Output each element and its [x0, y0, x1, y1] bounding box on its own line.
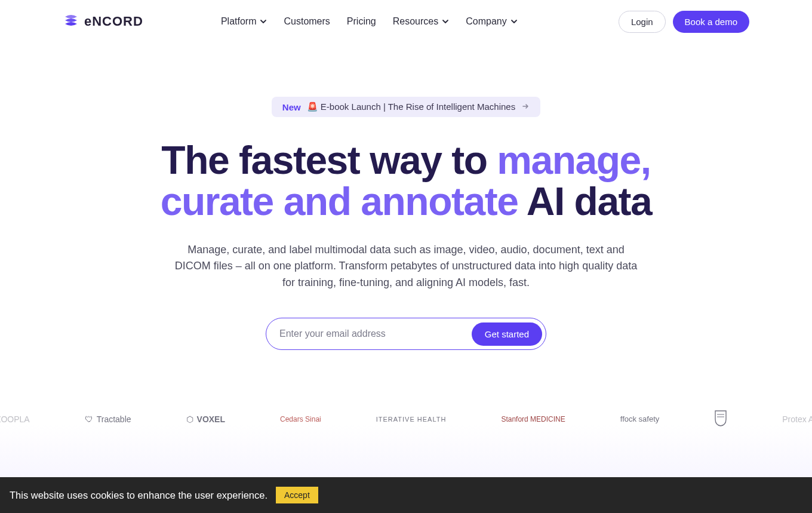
headline-part-1: The fastest way to: [161, 138, 497, 182]
nav-label: Company: [466, 16, 506, 27]
nav-label: Platform: [221, 16, 257, 27]
nav-label: Customers: [284, 16, 330, 27]
shield-icon: 🛡: [85, 414, 93, 424]
client-logo-cedars: Cedars Sinai: [280, 415, 321, 423]
hero-section: New 🚨 E-book Launch | The Rise of Intell…: [0, 43, 812, 428]
header-actions: Login Book a demo: [619, 11, 749, 33]
email-signup-form: Get started: [266, 318, 546, 350]
nav-pricing[interactable]: Pricing: [347, 16, 376, 27]
get-started-button[interactable]: Get started: [472, 322, 542, 346]
cookie-banner: This website uses cookies to enhance the…: [0, 477, 812, 513]
announcement-tag: New: [282, 102, 301, 112]
cookie-accept-button[interactable]: Accept: [276, 487, 318, 503]
nav-platform[interactable]: Platform: [221, 16, 267, 27]
client-logo-philips: [714, 410, 727, 428]
announcement-text: 🚨 E-book Launch | The Rise of Intelligen…: [307, 102, 515, 112]
hero-subhead: Manage, curate, and label multimodal dat…: [170, 242, 642, 292]
nav-label: Resources: [393, 16, 438, 27]
site-header: eNCORD Platform Customers Pricing Resour…: [0, 0, 812, 43]
nav-customers[interactable]: Customers: [284, 16, 330, 27]
main-nav: Platform Customers Pricing Resources Com…: [221, 16, 518, 27]
announcement-pill[interactable]: New 🚨 E-book Launch | The Rise of Intell…: [272, 97, 540, 117]
bottom-gradient: [0, 425, 812, 478]
brand-logo-icon: [63, 12, 79, 31]
client-logo-flock: ffock safety: [620, 414, 660, 423]
client-logo-voxel: ⬡ VOXEL: [186, 414, 225, 424]
client-logo-tractable: 🛡 Tractable: [85, 414, 131, 424]
brand-logo[interactable]: eNCORD: [63, 12, 143, 31]
nav-resources[interactable]: Resources: [393, 16, 449, 27]
brand-name: eNCORD: [84, 14, 143, 29]
client-logo-iterative: ITERATIVE HEALTH: [376, 416, 447, 423]
chevron-down-icon: [260, 18, 267, 25]
hexagon-icon: ⬡: [186, 414, 193, 424]
chevron-down-icon: [510, 18, 518, 25]
headline-part-2: AI data: [518, 179, 651, 223]
nav-label: Pricing: [347, 16, 376, 27]
philips-shield-icon: [714, 410, 727, 428]
login-button[interactable]: Login: [619, 11, 666, 33]
client-logo-strip: ZOOPLA 🛡 Tractable ⬡ VOXEL Cedars Sinai …: [0, 410, 812, 428]
email-input[interactable]: [279, 328, 472, 339]
arrow-right-icon: [521, 102, 530, 112]
client-logo-stanford: Stanford MEDICINE: [501, 415, 565, 423]
chevron-down-icon: [442, 18, 449, 25]
nav-company[interactable]: Company: [466, 16, 517, 27]
client-logo-zoopla: ZOOPLA: [0, 414, 30, 424]
hero-headline: The fastest way to manage, curate and an…: [131, 140, 681, 223]
book-demo-button[interactable]: Book a demo: [673, 11, 749, 33]
cookie-message: This website uses cookies to enhance the…: [10, 490, 267, 501]
client-logo-protex: Protex AI: [782, 414, 812, 424]
